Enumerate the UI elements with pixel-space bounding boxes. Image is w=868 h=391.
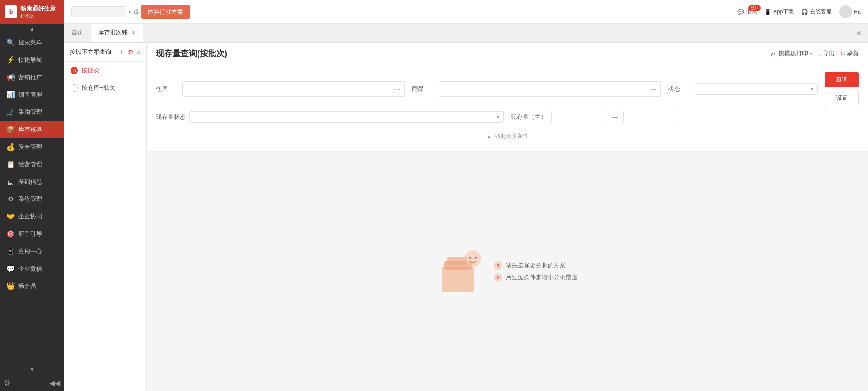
basics-icon: 🗂: [6, 178, 15, 186]
messages-button[interactable]: 💬 消息 99+: [737, 8, 757, 16]
tab-home-label: 首页: [71, 28, 83, 37]
inventory-icon: 📦: [6, 125, 15, 134]
inventory-qty-min-input[interactable]: [551, 111, 606, 123]
app-download-label: App下载: [773, 8, 794, 16]
sidebar-item-label: 销售管理: [18, 91, 42, 99]
collapse-sidebar-icon[interactable]: ◀◀: [49, 379, 60, 387]
empty-state-content: 1 请先选择要分析的方案 2 用过滤条件来缩小分析范围: [437, 249, 577, 294]
warehouse-field: 仓库 ···: [156, 81, 405, 97]
username-label: Rit: [854, 9, 861, 15]
sidebar-item-label: 企业协同: [18, 212, 42, 221]
filter-row-1: 仓库 ··· 商品 ··· 状态: [156, 72, 859, 105]
svg-rect-2: [447, 257, 467, 265]
inventory-qty-field: 现存量（主） —: [511, 111, 859, 123]
filter-item-dot-active: ⊙: [71, 67, 78, 74]
collapse-label: 收起更多条件: [495, 132, 528, 140]
experience-button[interactable]: 体验行业方案: [141, 5, 190, 19]
search-icon: 🔍: [6, 38, 15, 47]
wechat-icon: 💬: [6, 265, 15, 273]
sidebar-item-purchase[interactable]: 🛒 采购管理: [0, 103, 64, 121]
topbar-search-input[interactable]: [71, 6, 126, 17]
app-download-button[interactable]: 📱 App下载: [764, 8, 794, 16]
marketing-icon: 📢: [6, 73, 15, 81]
sidebar-item-operations[interactable]: 📋 经营管理: [0, 156, 64, 173]
sidebar-item-wechat[interactable]: 💬 企业微信: [0, 260, 64, 277]
messages-badge: 99+: [748, 5, 761, 11]
refresh-action[interactable]: ↻ 刷新: [840, 49, 859, 58]
query-area: 现存量查询(按批次) 🖨 按模板打印 ▾ ↓ 导出 ↻ 刷新: [147, 43, 868, 391]
member-icon: 👑: [6, 282, 15, 290]
tab-batch-label: 库存批次账: [98, 28, 128, 37]
product-dots[interactable]: ···: [650, 84, 657, 94]
inventory-qty-max-input[interactable]: [623, 111, 678, 123]
sidebar-item-label: 企业微信: [18, 265, 42, 273]
filter-item-warehouse-batch-label: 按仓库+批次: [82, 84, 115, 92]
purchase-icon: 🛒: [6, 108, 15, 116]
finance-icon: 💰: [6, 143, 15, 151]
sidebar-scroll-down[interactable]: ▼: [0, 364, 64, 375]
sidebar-item-search[interactable]: 🔍 搜索菜单: [0, 34, 64, 51]
sidebar-item-finance[interactable]: 💰 资金管理: [0, 138, 64, 156]
svg-point-5: [475, 257, 477, 259]
inventory-qty-label: 现存量（主）: [511, 113, 548, 121]
topbar-settings-icon[interactable]: ⚙: [133, 7, 139, 16]
warehouse-select[interactable]: ···: [182, 81, 405, 97]
collapse-icon: ▲: [486, 133, 492, 140]
sidebar-item-basics[interactable]: 🗂 基础信息: [0, 173, 64, 190]
online-service-button[interactable]: 🎧 在线客服: [801, 8, 832, 16]
query-button[interactable]: 查询: [825, 72, 859, 87]
sidebar-scroll-up[interactable]: ▲: [0, 24, 64, 34]
tab-panel-close-icon[interactable]: ✕: [849, 24, 868, 42]
status-select[interactable]: ▾: [695, 83, 818, 95]
sidebar-item-label: 系统管理: [18, 195, 42, 203]
status-label: 状态: [668, 85, 691, 93]
sales-icon: 📊: [6, 91, 15, 99]
filter-item-batch[interactable]: ⊙ 按批次: [64, 62, 146, 79]
tip-text-2: 用过滤条件来缩小分析范围: [506, 273, 577, 282]
tab-close-icon[interactable]: ✕: [132, 30, 136, 36]
sidebar-item-label: 应用中心: [18, 247, 42, 255]
sidebar-item-quicknav[interactable]: ⚡ 快捷导航: [0, 51, 64, 69]
export-action[interactable]: ↓ 导出: [818, 49, 835, 58]
user-profile[interactable]: Rit: [839, 5, 861, 18]
topbar-dropdown-arrow[interactable]: ▾: [128, 9, 131, 15]
sidebar-item-member[interactable]: 👑 畅会员: [0, 277, 64, 295]
topbar: ▾ ⚙ 体验行业方案 💬 消息 99+ 📱 App下载 🎧 在线客服 Rit: [64, 0, 868, 24]
print-dropdown-icon[interactable]: ▾: [810, 51, 813, 57]
inventory-status-dropdown-icon: ▾: [497, 114, 500, 120]
app-edition: 标准版: [20, 13, 56, 19]
print-label: 按模板打印: [778, 49, 808, 58]
sidebar-item-newbie[interactable]: 🎯 新手引导: [0, 225, 64, 243]
tab-bar: 首页 库存批次账 ✕ ✕: [64, 24, 868, 43]
warehouse-label: 仓库: [156, 85, 179, 93]
company-name: 畅康通好生意: [20, 5, 56, 13]
status-dropdown-icon: ▾: [811, 86, 813, 92]
sidebar-item-enterprise[interactable]: 🤝 企业协同: [0, 208, 64, 225]
settings-footer-icon[interactable]: ⚙: [4, 379, 10, 387]
sidebar-item-appcenter[interactable]: 📱 应用中心: [0, 243, 64, 260]
refresh-label: 刷新: [847, 49, 859, 58]
sidebar-item-sales[interactable]: 📊 销售管理: [0, 86, 64, 103]
sidebar-item-system[interactable]: ⚙ 系统管理: [0, 190, 64, 208]
tip-text-1: 请先选择要分析的方案: [506, 261, 566, 270]
tab-batch[interactable]: 库存批次账 ✕: [91, 24, 143, 42]
settings-filter-icon[interactable]: ⚙: [128, 49, 134, 56]
product-select[interactable]: ···: [439, 81, 661, 97]
tab-home[interactable]: 首页: [64, 24, 91, 42]
user-avatar: [839, 5, 852, 18]
filter-item-warehouse-batch[interactable]: ○ 按仓库+批次: [64, 79, 146, 97]
settings-button[interactable]: 设置: [825, 91, 859, 105]
sidebar-item-marketing[interactable]: 📢 营销推广: [0, 69, 64, 86]
export-icon: ↓: [818, 50, 821, 57]
empty-illustration: [437, 249, 483, 294]
add-filter-icon[interactable]: ＋: [118, 47, 125, 57]
print-action[interactable]: 🖨 按模板打印 ▾: [770, 49, 813, 58]
collapse-filter-icon[interactable]: «: [137, 48, 141, 56]
warehouse-dots[interactable]: ···: [394, 84, 401, 94]
page-title: 现存量查询(按批次): [156, 48, 227, 59]
collapse-more-conditions[interactable]: ▲ 收起更多条件: [156, 129, 859, 144]
sidebar-item-inventory[interactable]: 📦 库存核算: [0, 121, 64, 138]
refresh-icon: ↻: [840, 50, 845, 57]
export-label: 导出: [823, 49, 835, 58]
inventory-status-select[interactable]: ▾: [189, 111, 504, 123]
